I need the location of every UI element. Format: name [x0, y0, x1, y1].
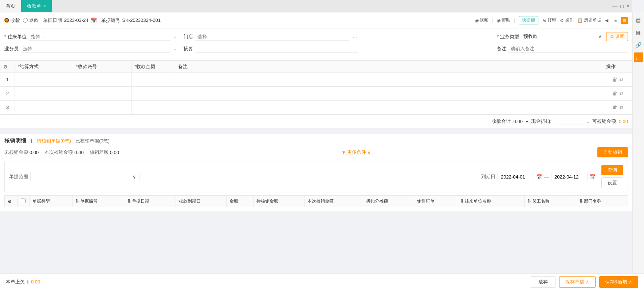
row-copy-icon[interactable]: ⧉ [620, 90, 623, 97]
counterpart-label: * 往来单位 [4, 34, 27, 40]
sidebar-table-icon[interactable]: ▤ [634, 15, 643, 25]
form-row-2: 业务员 ··· 摘要 备注 [4, 45, 628, 53]
shop-more-icon[interactable]: ··· [351, 34, 358, 40]
shop-input[interactable] [195, 33, 349, 41]
auto-cancel-button[interactable]: 自动核销 [597, 147, 628, 157]
bill-date-label: 单据日期 [43, 17, 62, 24]
bill-range-label: 单据范围 [9, 173, 28, 180]
th-gear-bottom[interactable]: ⚙ [5, 196, 18, 207]
bill-no-field: 单据编号 SK-20230324-001 [101, 17, 161, 24]
due-date-label: 到期日 [481, 173, 495, 180]
discount-input[interactable] [554, 118, 584, 125]
row-remark[interactable] [175, 87, 603, 101]
radio-receipt[interactable]: 收款 [4, 17, 20, 24]
row-delete-icon[interactable]: 🗑 [612, 77, 617, 83]
radio-refund-label: 退款 [29, 17, 39, 24]
th-account: *收款账号 [73, 61, 131, 73]
remark-label: 备注 [497, 46, 506, 52]
counterpart-input[interactable] [29, 33, 170, 41]
verify-info-icon[interactable]: ℹ [31, 138, 32, 144]
summary-input[interactable] [195, 45, 358, 53]
bill-date-field: 单据日期 2023-03-24 📅 [43, 17, 97, 24]
bill-range-arrow-icon: ∨ [133, 174, 136, 180]
remark-field: 备注 [497, 45, 628, 53]
th-discount: 折扣分摊额 [363, 196, 414, 207]
operation-button[interactable]: ⚙ 操作 [560, 17, 574, 23]
counterpart-field: * 往来单位 ··· [4, 33, 179, 41]
sidebar-grid-icon[interactable]: ▦ [634, 28, 643, 37]
video-button[interactable]: ◉ 视频 [475, 17, 488, 23]
table-settings-icon[interactable]: ⚙ [3, 64, 8, 70]
th-due-date: 收款到期日 [176, 196, 227, 207]
tab-pending[interactable]: 待核销单据(0笔) [37, 138, 71, 144]
select-all-checkbox[interactable] [21, 199, 25, 203]
bill-date-calendar-icon[interactable]: 📅 [91, 17, 97, 23]
date-from-input[interactable] [498, 173, 534, 181]
date-filter-field: 到期日 📅 — 📅 [481, 173, 596, 181]
print-button[interactable]: 🖨 打印 [542, 17, 556, 23]
history-label: 历史单据 [584, 17, 601, 23]
row-settle[interactable] [15, 87, 73, 101]
row-delete-icon[interactable]: 🗑 [612, 90, 617, 97]
biz-settings-button[interactable]: ⚙ 设置 [606, 32, 628, 41]
row-amount[interactable] [131, 73, 175, 87]
date-to-input[interactable] [551, 173, 588, 181]
history-button[interactable]: 📋 历史单据 [577, 17, 601, 23]
shortcut-button[interactable]: 快捷键 [519, 16, 538, 24]
current-value: 0.00 [74, 150, 83, 155]
toolbar-left: 收款 退款 单据日期 2023-03-24 📅 单据编号 SK-20230324… [4, 17, 161, 24]
tab-done[interactable]: 已核销单据(0笔) [75, 138, 110, 144]
th-checkbox[interactable] [18, 196, 30, 207]
row-amount[interactable] [131, 101, 175, 114]
row-account[interactable] [73, 87, 131, 101]
more-conditions-button[interactable]: ▼ 更多条件 ∧ [341, 149, 371, 156]
nav-prev-icon[interactable]: ◀ [605, 18, 608, 23]
row-settle[interactable] [15, 101, 73, 114]
sidebar-capture-icon[interactable]: ⬚ [634, 52, 643, 62]
view-grid-icon[interactable]: ▦ [621, 17, 628, 24]
row-settle[interactable] [15, 73, 73, 87]
th-employee: ⇅ 员工名称 [525, 196, 576, 207]
biz-type-select[interactable]: 预收款 ∨ [521, 32, 604, 41]
table-row: 2 🗑 ⧉ [0, 87, 632, 101]
radio-receipt-label: 收款 [11, 17, 20, 24]
minimize-icon[interactable]: — [612, 3, 617, 9]
filter-settings-button[interactable]: 设置 [601, 177, 623, 188]
th-settle: *结算方式 [15, 61, 73, 73]
tab-home[interactable]: 首页 [0, 0, 21, 12]
maximize-icon[interactable]: □ [620, 3, 623, 9]
salesperson-more-icon[interactable]: ··· [172, 46, 179, 52]
row-account[interactable] [73, 73, 131, 87]
row-copy-icon[interactable]: ⧉ [620, 77, 623, 83]
th-amount-label: 金额 [229, 199, 238, 204]
tab-active[interactable]: 收款单 × [21, 0, 52, 12]
calendar-to-icon[interactable]: 📅 [590, 174, 596, 180]
row-remark[interactable] [175, 73, 603, 87]
sort-icon: ⇅ [127, 199, 131, 204]
th-dept-label: 部门名称 [584, 199, 601, 204]
th-amount: 金额 [227, 196, 254, 207]
salesperson-input[interactable] [21, 45, 170, 53]
bill-no-label: 单据编号 [101, 17, 120, 24]
video-icon: ◉ [475, 18, 479, 23]
counterpart-more-icon[interactable]: ··· [172, 34, 179, 40]
bill-range-select[interactable]: ∨ [30, 173, 140, 181]
calendar-from-icon[interactable]: 📅 [536, 174, 542, 180]
query-button[interactable]: 查询 [601, 165, 623, 175]
help-button[interactable]: ◉ 帮助 [497, 17, 510, 23]
row-delete-icon[interactable]: 🗑 [612, 104, 617, 110]
close-icon[interactable]: × [627, 3, 629, 9]
view-list-icon[interactable]: ≡ [612, 17, 619, 24]
row-copy-icon[interactable]: ⧉ [620, 104, 623, 110]
row-remark[interactable] [175, 101, 603, 114]
bill-no-value: SK-20230324-001 [122, 17, 161, 23]
summary-field: 摘要 [184, 45, 358, 53]
row-amount[interactable] [131, 87, 175, 101]
tab-close-icon[interactable]: × [43, 4, 46, 9]
sidebar-link-icon[interactable]: 🔗 [634, 40, 643, 50]
row-account[interactable] [73, 101, 131, 114]
remark-input[interactable] [508, 45, 628, 53]
tab-active-label: 收款单 [27, 3, 41, 9]
row-no: 1 [0, 73, 15, 87]
radio-refund[interactable]: 退款 [23, 17, 39, 24]
